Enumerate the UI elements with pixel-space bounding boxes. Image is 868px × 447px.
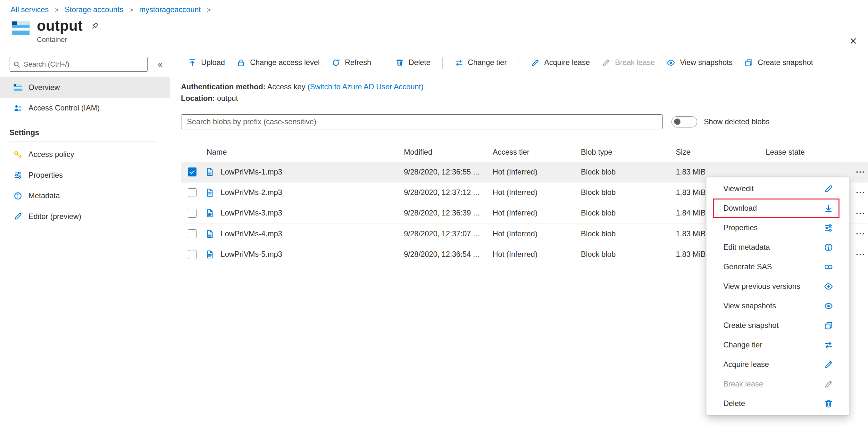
sidebar-item-editor-preview[interactable]: Editor (preview) [0,206,170,227]
menu-item-generate-sas[interactable]: Generate SAS [707,257,849,277]
menu-item-label: Create snapshot [723,321,779,330]
toolbar-item-label: Break lease [615,58,655,67]
upload-icon [188,58,197,67]
blob-name[interactable]: LowPriVMs-3.mp3 [220,209,282,217]
row-checkbox[interactable] [188,250,197,259]
location-value: output [217,94,238,102]
menu-item-view-previous-versions[interactable]: View previous versions [707,277,849,296]
sidebar-group-settings: Settings [0,118,170,141]
column-header-size: Size [676,148,766,157]
sidebar-item-access-policy[interactable]: Access policy [0,144,170,165]
break-lease-button[interactable]: Break lease [602,58,655,67]
location-label: Location: [181,94,215,102]
row-more-button[interactable]: ··· [854,168,868,176]
sidebar-item-access-control-iam[interactable]: Access Control (IAM) [0,98,170,118]
people-icon [13,104,23,113]
toolbar: Upload Change access level Refresh Delet… [181,51,868,74]
menu-item-label: View/edit [723,184,754,193]
menu-item-acquire-lease[interactable]: Acquire lease [707,355,849,374]
row-more-button[interactable]: ··· [854,250,868,259]
sidebar-item-label: Overview [29,83,60,92]
sidebar-item-label: Access Control (IAM) [29,104,100,112]
link-icon [824,262,833,272]
menu-item-label: Download [723,204,757,213]
row-checkbox[interactable] [188,229,197,238]
blob-modified: 9/28/2020, 12:37:12 ... [404,188,493,197]
menu-item-change-tier[interactable]: Change tier [707,335,849,355]
page-subtitle: Container [37,36,99,44]
menu-item-create-snapshot[interactable]: Create snapshot [707,316,849,335]
blob-name[interactable]: LowPriVMs-5.mp3 [220,250,282,259]
sidebar-item-label: Editor (preview) [29,212,82,221]
blob-modified: 9/28/2020, 12:37:07 ... [404,230,493,238]
blob-prefix-search-input[interactable] [181,114,662,129]
sidebar-item-metadata[interactable]: Metadata [0,185,170,206]
sidebar-search[interactable] [10,57,148,71]
collapse-sidebar-icon[interactable]: « [156,60,165,69]
snapshot-icon [824,321,833,331]
upload-button[interactable]: Upload [188,58,225,67]
page-title: output [37,18,83,34]
blob-context-menu: View/edit Download Properties Edit metad… [707,177,849,415]
column-header-lease-state: Lease state [766,148,854,157]
blob-name[interactable]: LowPriVMs-1.mp3 [220,168,282,176]
menu-item-label: Properties [723,224,758,232]
column-header-blob-type: Blob type [581,148,676,157]
create-snapshot-button[interactable]: Create snapshot [744,58,813,67]
pin-icon[interactable] [90,22,99,30]
breadcrumb: All services > Storage accounts > mystor… [0,0,868,14]
blob-modified: 9/28/2020, 12:36:39 ... [404,209,493,217]
change-access-level-button[interactable]: Change access level [237,58,319,67]
overview-container-icon [13,83,23,91]
show-deleted-blobs-toggle[interactable] [672,116,697,128]
pencil-icon [13,212,23,221]
row-more-button[interactable]: ··· [854,188,868,197]
toolbar-item-label: Upload [201,58,225,67]
delete-button[interactable]: Delete [395,58,431,67]
breadcrumb-link-all-services[interactable]: All services [10,5,49,14]
blob-modified: 9/28/2020, 12:36:54 ... [404,250,493,259]
toolbar-divider [181,74,868,74]
refresh-button[interactable]: Refresh [332,58,371,67]
sidebar: « Overview Access Control (IAM) Settings… [0,50,170,265]
acquire-lease-button[interactable]: Acquire lease [531,58,590,67]
breadcrumb-link-storage-accounts[interactable]: Storage accounts [65,5,123,14]
break-lease-icon [824,379,833,389]
toolbar-item-label: View snapshots [680,58,733,67]
acquire-lease-icon [824,360,833,370]
menu-item-edit-metadata[interactable]: Edit metadata [707,238,849,257]
blob-name[interactable]: LowPriVMs-2.mp3 [220,188,282,197]
toggle-knob [674,118,681,125]
switch-auth-link[interactable]: (Switch to Azure AD User Account) [307,82,424,91]
view-snapshots-button[interactable]: View snapshots [666,58,733,67]
sidebar-item-label: Access policy [29,150,74,159]
row-more-button[interactable]: ··· [854,229,868,238]
menu-item-view-snapshots[interactable]: View snapshots [707,296,849,316]
row-checkbox-checked[interactable] [188,168,197,176]
info-lines: Authentication method: Access key (Switc… [181,81,868,104]
change-tier-button[interactable]: Change tier [455,58,507,67]
sidebar-item-overview[interactable]: Overview [0,77,170,98]
menu-item-download[interactable]: Download [707,199,849,218]
menu-item-label: Change tier [723,341,763,349]
menu-item-delete[interactable]: Delete [707,394,849,413]
info-icon [824,243,833,252]
menu-item-label: View previous versions [723,282,800,291]
close-icon[interactable]: × [850,36,857,47]
blob-name[interactable]: LowPriVMs-4.mp3 [220,230,282,238]
trash-icon [395,58,404,67]
menu-item-properties[interactable]: Properties [707,218,849,238]
blob-access-tier: Hot (Inferred) [493,250,581,259]
menu-item-view-edit[interactable]: View/edit [707,179,849,199]
row-checkbox[interactable] [188,188,197,197]
row-checkbox[interactable] [188,209,197,218]
info-icon [13,192,23,201]
menu-item-break-lease[interactable]: Break lease [707,374,849,394]
toolbar-item-label: Create snapshot [758,58,813,67]
sidebar-item-properties[interactable]: Properties [0,165,170,185]
menu-item-label: Edit metadata [723,243,770,252]
row-more-button[interactable]: ··· [854,209,868,218]
sidebar-search-input[interactable] [24,60,144,69]
breadcrumb-link-mystorageaccount[interactable]: mystorageaccount [139,5,200,14]
column-header-modified: Modified [404,148,493,157]
